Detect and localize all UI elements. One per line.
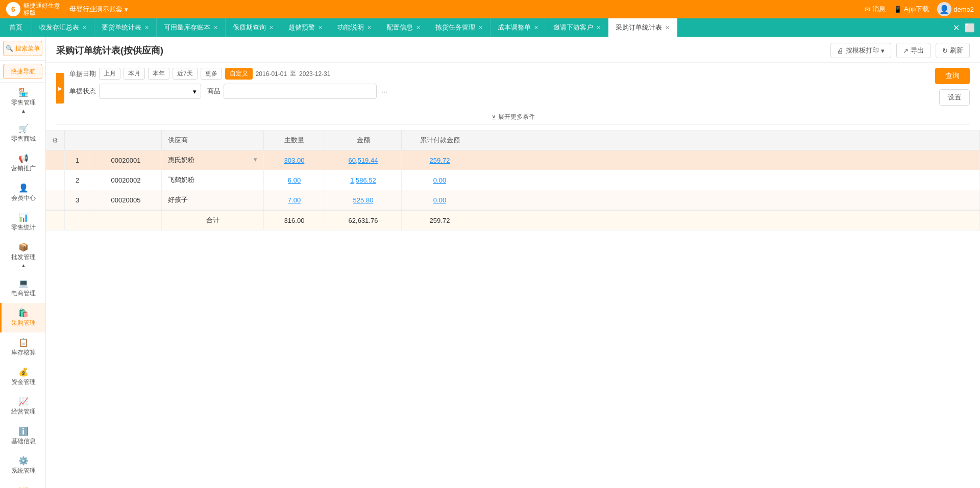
sidebar-item-ecommerce[interactable]: 💻 电商管理 — [0, 273, 45, 303]
status-select[interactable]: ▾ — [99, 84, 201, 99]
tab-config[interactable]: 配置信息 ✕ — [379, 18, 428, 37]
refresh-icon: ↻ — [942, 47, 948, 55]
td-quantity-1: 303.00 — [264, 150, 325, 170]
footer-code — [90, 210, 162, 230]
sidebar-item-retail-mgmt[interactable]: 🏪 零售管理 ▲ — [0, 83, 45, 119]
tab-cost-adjust[interactable]: 成本调整单 ✕ — [491, 18, 546, 37]
date-last-month-btn[interactable]: 上月 — [99, 68, 120, 80]
close-icon[interactable]: ✕ — [478, 24, 483, 31]
tab-purchase-summary[interactable]: 采购订单统计表 ✕ — [608, 18, 677, 37]
close-icon[interactable]: ✕ — [534, 24, 538, 31]
close-icon[interactable]: ✕ — [82, 24, 87, 31]
page-actions: 🖨 按模板打印 ▾ ↗ 导出 ↻ 刷新 — [830, 43, 970, 58]
tab-pick-task[interactable]: 拣货任务管理 ✕ — [428, 18, 491, 37]
goods-label: 商品 — [207, 87, 220, 96]
paid-link-3[interactable]: 0.00 — [433, 196, 446, 204]
status-goods-filter-row: 单据状态 ▾ 商品 ··· — [69, 84, 389, 99]
message-btn[interactable]: ✉ 消息 — [865, 5, 886, 14]
column-settings-icon[interactable]: ⚙ — [52, 137, 58, 144]
amount-link-3[interactable]: 525.80 — [353, 196, 374, 204]
date-custom-btn[interactable]: 自定义 — [225, 68, 253, 80]
workspace-selector[interactable]: 母婴行业演示账套 ▾ — [69, 5, 128, 14]
date-this-month-btn[interactable]: 本月 — [124, 68, 145, 80]
quantity-link-2[interactable]: 6.00 — [288, 176, 301, 184]
print-btn[interactable]: 🖨 按模板打印 ▾ — [830, 43, 891, 58]
search-menu-btn[interactable]: 🔍 搜索菜单 — [3, 41, 42, 56]
filter-col-left: 单据日期 上月 本月 本年 近7天 更多 自定义 2016-01-01 至 20… — [69, 68, 389, 99]
close-icon[interactable]: ✕ — [269, 24, 274, 31]
th-settings[interactable]: ⚙ — [46, 131, 65, 150]
expand-more-btn[interactable]: ⊻ 展开更多条件 — [492, 113, 535, 121]
tab-home[interactable]: 首页 — [0, 18, 32, 37]
amount-link-2[interactable]: 1,586.52 — [350, 176, 376, 184]
brand-name: 畅捷通好生意 标版 — [23, 2, 60, 17]
td-supplier-1: 惠氏奶粉 ▾ — [162, 150, 264, 170]
system-icon: ⚙️ — [18, 456, 29, 466]
query-btn[interactable]: 查询 — [935, 68, 970, 84]
tab-expiry-query[interactable]: 保质期查询 ✕ — [226, 18, 281, 37]
sidebar-item-system[interactable]: ⚙️ 系统管理 — [0, 451, 45, 480]
sidebar-item-retail-stats[interactable]: 📊 零售统计 — [0, 208, 45, 237]
sidebar-item-basic-info[interactable]: ℹ️ 基础信息 — [0, 421, 45, 451]
close-icon[interactable]: ✕ — [596, 24, 601, 31]
date-this-year-btn[interactable]: 本年 — [148, 68, 169, 80]
tab-invite-downstream[interactable]: 邀请下游客户 ✕ — [546, 18, 608, 37]
td-code-1: 00020001 — [90, 150, 162, 170]
nav-tabs: 首页 收发存汇总表 ✕ 要货单统计表 ✕ 可用量库存账本 ✕ 保质期查询 ✕ 超… — [0, 18, 980, 37]
close-icon[interactable]: ✕ — [213, 24, 218, 31]
sidebar: 🔍 搜索菜单 快捷导航 🏪 零售管理 ▲ 🛒 零售商城 📢 营销推广 👤 会员中… — [0, 37, 46, 488]
td-quantity-2: 6.00 — [264, 170, 325, 190]
sidebar-item-inventory[interactable]: 📋 库存核算 — [0, 332, 45, 362]
sidebar-item-operations[interactable]: 📈 经营管理 — [0, 392, 45, 421]
app-download-btn[interactable]: 📱 App下载 — [894, 5, 929, 14]
table-row[interactable]: 1 00020001 惠氏奶粉 ▾ 303.00 60,519.44 — [46, 150, 980, 170]
date-filter-group: 单据日期 上月 本月 本年 近7天 更多 自定义 2016-01-01 至 20… — [69, 68, 389, 80]
sidebar-item-finance[interactable]: 💰 资金管理 — [0, 362, 45, 392]
page-header: 采购订单统计表(按供应商) 🖨 按模板打印 ▾ ↗ 导出 ↻ 刷新 — [46, 37, 980, 63]
close-all-tabs-btn[interactable]: ✕ — [953, 23, 960, 33]
sidebar-item-member-center[interactable]: 👤 会员中心 — [0, 178, 45, 208]
print-dropdown-icon: ▾ — [881, 47, 885, 55]
amount-link-1[interactable]: 60,519.44 — [349, 157, 378, 164]
date-7days-btn[interactable]: 近7天 — [173, 68, 198, 80]
tab-receive-summary[interactable]: 收发存汇总表 ✕ — [32, 18, 94, 37]
filter-settings-btn[interactable]: 设置 — [939, 89, 970, 106]
close-icon[interactable]: ✕ — [367, 24, 372, 31]
close-icon[interactable]: ✕ — [416, 24, 421, 31]
maximize-btn[interactable]: ⬜ — [965, 23, 975, 33]
th-paid-amount: 累计付款金额 — [402, 131, 478, 150]
quick-nav-btn[interactable]: 快捷导航 — [3, 64, 42, 79]
export-btn[interactable]: ↗ 导出 — [896, 43, 930, 58]
sidebar-item-retail-shop[interactable]: 🛒 零售商城 — [0, 119, 45, 148]
paid-link-2[interactable]: 0.00 — [433, 176, 446, 184]
tab-available-stock[interactable]: 可用量库存账本 ✕ — [157, 18, 226, 37]
paid-link-1[interactable]: 259.72 — [430, 157, 450, 164]
refresh-btn[interactable]: ↻ 刷新 — [936, 43, 970, 58]
quantity-link-3[interactable]: 7.00 — [288, 196, 301, 204]
sidebar-item-cooperation[interactable]: 🤝 企业协同 — [0, 480, 45, 488]
close-icon[interactable]: ✕ — [665, 24, 670, 31]
sidebar-item-wholesale[interactable]: 📦 批发管理 ▲ — [0, 237, 45, 273]
goods-filter-group: 商品 ··· — [207, 84, 389, 99]
status-filter-group: 单据状态 ▾ — [69, 84, 201, 99]
sidebar-item-marketing[interactable]: 📢 营销推广 — [0, 148, 45, 178]
user-avatar[interactable]: 👤 demo2 — [937, 2, 974, 16]
td-index-1: 1 — [65, 150, 90, 170]
table-row[interactable]: 3 00020005 好孩子 7.00 525.80 0.00 — [46, 190, 980, 211]
close-icon[interactable]: ✕ — [318, 24, 323, 31]
tab-order-summary[interactable]: 要货单统计表 ✕ — [94, 18, 157, 37]
tab-function-desc[interactable]: 功能说明 ✕ — [330, 18, 379, 37]
goods-input[interactable] — [224, 84, 377, 99]
close-icon[interactable]: ✕ — [144, 24, 149, 31]
footer-amount: 62,631.76 — [325, 210, 402, 230]
goods-more-btn[interactable]: ··· — [380, 88, 389, 95]
expand-row-icon[interactable]: ▾ — [254, 156, 257, 163]
collapse-sidebar-btn[interactable]: ▶ — [56, 73, 64, 104]
sidebar-item-purchase[interactable]: 🛍️ 采购管理 — [0, 303, 45, 332]
date-more-btn[interactable]: 更多 — [201, 68, 222, 80]
footer-row: 合计 316.00 62,631.76 259.72 — [46, 210, 980, 230]
table-row[interactable]: 2 00020002 飞鹤奶粉 6.00 1,586.52 0.00 — [46, 170, 980, 190]
finance-icon: 💰 — [18, 367, 29, 377]
tab-overstock-warning[interactable]: 超储预警 ✕ — [281, 18, 330, 37]
quantity-link-1[interactable]: 303.00 — [284, 157, 305, 164]
